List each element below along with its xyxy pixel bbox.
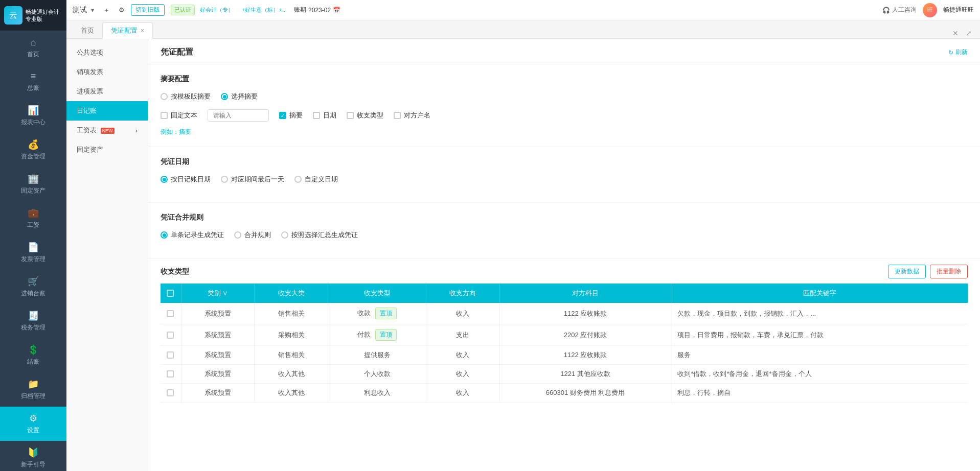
td-type: 收款 置顶 [328,303,426,324]
sidebar-item-payroll[interactable]: 工资表 NEW › [66,121,148,140]
tab-home[interactable]: 首页 [73,23,102,38]
checkbox-summary[interactable]: ✓ 摘要 [279,111,303,120]
checkbox-box-counterparty [394,112,401,119]
select-all-checkbox[interactable] [167,290,174,297]
sidebar-item-journal[interactable]: 日记账 [66,101,148,121]
window-close-icon[interactable]: ✕ [950,28,961,38]
checkbox-fixed-text[interactable]: 固定文本 [161,111,197,120]
checkbox-box-date [313,112,320,119]
calendar-icon[interactable]: 📅 [333,7,340,14]
td-direction: 收入 [426,384,499,403]
sidebar-item-sales-invoice[interactable]: 销项发票 [66,62,148,82]
td-keyword: 欠款，现金，项目款，到款，报销款，汇入，... [671,303,968,324]
radio-last-day[interactable]: 对应期间最后一天 [221,175,284,184]
fixed-text-input[interactable] [208,109,269,122]
sidebar-item-archive[interactable]: 📁 归档管理 [0,372,66,407]
td-check [161,365,181,384]
top-badge-1[interactable]: 置顶 [375,308,397,319]
sidebar-item-assets[interactable]: 🏢 固定资产 [0,167,66,201]
td-counterparty: 660301 财务费用 利息费用 [499,384,671,403]
table-row: 系统预置 销售相关 收款 置顶 收入 1122 应收账款 欠款，现金，项目款，到… [161,303,968,324]
sidebar-item-purchase[interactable]: 🛒 进销台账 [0,270,66,304]
sidebar-item-label: 设置 [27,426,39,435]
radio-single[interactable]: 单条记录生成凭证 [161,230,224,240]
top-bar: 测试 ▾ ＋ ⚙ 切到旧版 已认证 好会计（专） +好生意（标）+... 账期 … [66,0,980,20]
update-data-btn[interactable]: 更新数据 [888,265,926,278]
service-btn[interactable]: 🎧 人工咨询 [882,6,917,14]
row-checkbox-2[interactable] [167,332,174,339]
sidebar-item-ledger[interactable]: ≡ 总账 [0,65,66,99]
td-category: 系统预置 [181,384,255,403]
table-row: 系统预置 收入其他 利息收入 收入 660301 财务费用 利息费用 利息，行转… [161,384,968,403]
company-dropdown[interactable]: ▾ [91,7,94,14]
td-category: 系统预置 [181,303,255,324]
merge-rules-section: 凭证合并规则 单条记录生成凭证 合并规则 按照选择汇总生成凭证 [148,203,980,258]
radio-merge[interactable]: 合并规则 [234,230,271,240]
sidebar-item-reports[interactable]: 📊 报表中心 [0,99,66,133]
radio-circle-merge [234,231,241,239]
sidebar-item-invoice-mgr[interactable]: 📄 发票管理 [0,236,66,270]
settings-btn[interactable]: ⚙ [116,4,128,16]
td-keyword: 项目，日常费用，报销款，车费，承兑汇票，付款 [671,324,968,346]
row-checkbox-1[interactable] [167,310,174,317]
checkbox-box-type [347,112,354,119]
checkbox-date[interactable]: 日期 [313,111,336,120]
td-category: 系统预置 [181,324,255,346]
td-counterparty: 1122 应收账款 [499,303,671,324]
user-name[interactable]: 畅捷通旺旺 [943,6,974,14]
radio-journal-date[interactable]: 按日记账日期 [161,175,211,184]
radio-select[interactable]: 选择摘要 [221,92,258,101]
window-expand-icon[interactable]: ⤢ [964,28,974,38]
add-btn[interactable]: ＋ [100,4,112,16]
voucher-date-section: 凭证日期 按日记账日期 对应期间最后一天 自定义日期 [148,147,980,203]
radio-circle-select [221,93,228,100]
voucher-date-title: 凭证日期 [161,157,968,167]
td-major-type: 销售相关 [255,303,328,324]
sidebar-item-home[interactable]: ⌂ 首页 [0,31,66,65]
tab-close-icon[interactable]: × [141,27,144,34]
sidebar-item-salary[interactable]: 💼 工资 [0,201,66,236]
merge-rules-title: 凭证合并规则 [161,213,968,222]
radio-summary-gen[interactable]: 按照选择汇总生成凭证 [281,230,358,240]
table-row: 系统预置 采购相关 付款 置顶 支出 2202 应付账款 项目，日常费用，报销款… [161,324,968,346]
main-area: 测试 ▾ ＋ ⚙ 切到旧版 已认证 好会计（专） +好生意（标）+... 账期 … [66,0,980,471]
sidebar-item-funds[interactable]: 💰 资金管理 [0,133,66,167]
sidebar-item-label: 工资 [27,221,39,229]
example-text: 例如：摘要 [161,128,968,136]
income-expense-section: 收支类型 更新数据 批量删除 [148,258,980,413]
checkbox-counterparty[interactable]: 对方户名 [394,111,430,120]
logo-sub: 专业版 [26,15,59,22]
radio-circle-custom-date [294,176,302,183]
sidebar-item-purchase-invoice[interactable]: 进项发票 [66,82,148,101]
sidebar-item-guide[interactable]: 🔰 新手引导 [0,441,66,471]
radio-custom-date[interactable]: 自定义日期 [294,175,338,184]
tab-voucher-config[interactable]: 凭证配置 × [102,22,153,39]
period-label: 账期 [294,6,306,14]
radio-template[interactable]: 按模板版摘要 [161,92,211,101]
sidebar-item-settlement[interactable]: 💲 结账 [0,338,66,372]
sidebar-item-settings[interactable]: ⚙ 设置 [0,407,66,441]
bulk-delete-btn[interactable]: 批量删除 [930,265,968,278]
summary-section: 摘要配置 按模板版摘要 选择摘要 [148,64,980,147]
row-checkbox-5[interactable] [167,389,174,396]
content-area: 公共选项 销项发票 进项发票 日记账 工资表 NEW › [66,39,980,471]
table-row: 系统预置 收入其他 个人收款 收入 1221 其他应收款 收到*借款，收到*备用… [161,365,968,384]
top-badge-2[interactable]: 置顶 [375,329,397,341]
period-tag: 账期 2023-02 📅 [294,6,340,14]
radio-circle-summary-gen [281,231,288,239]
income-expense-table: 类别 ∨ 收支大类 收支类型 收支方向 [161,284,968,403]
logo-icon: 云 [4,6,22,25]
refresh-btn[interactable]: ↻ 刷新 [948,48,968,57]
guide-icon: 🔰 [28,447,39,458]
sidebar-item-fixed-assets[interactable]: 固定资产 [66,140,148,159]
checkbox-type[interactable]: 收支类型 [347,111,383,120]
archive-icon: 📁 [28,379,39,390]
row-checkbox-4[interactable] [167,370,174,378]
row-checkbox-3[interactable] [167,351,174,359]
table-row: 系统预置 销售相关 提供服务 收入 1122 应收账款 服务 [161,346,968,365]
sidebar-item-tax[interactable]: 🧾 税务管理 [0,304,66,338]
assets-icon: 🏢 [28,173,39,184]
sidebar-item-public[interactable]: 公共选项 [66,43,148,62]
window-controls: ✕ ⤢ [950,28,974,38]
switch-version-btn[interactable]: 切到旧版 [131,4,165,16]
